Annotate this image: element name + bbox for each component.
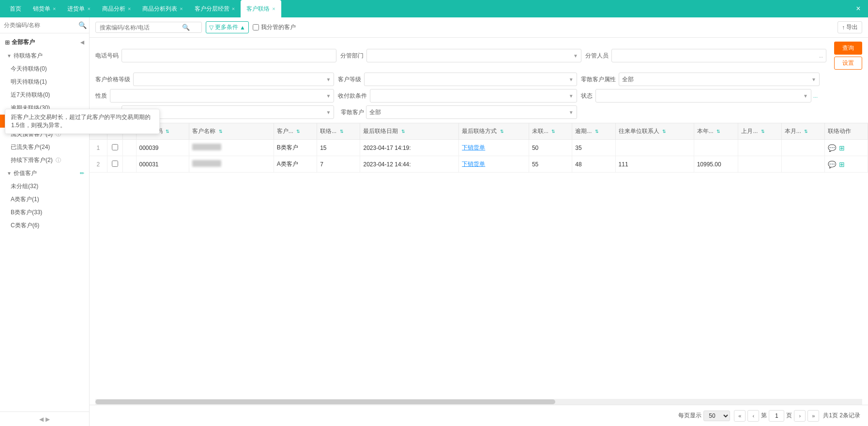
- nav-customer-contact[interactable]: 客户联络 ×: [241, 0, 281, 17]
- sidebar-item-repurchase-abnormal[interactable]: 回购异常客户(2) ⓘ: [0, 115, 85, 128]
- search-input[interactable]: [100, 24, 182, 31]
- status-select[interactable]: ▼: [595, 89, 811, 103]
- last-contact-date: 2023-04-12 14:44:: [360, 156, 459, 173]
- dept-select[interactable]: ▼: [366, 49, 581, 62]
- window-close-button[interactable]: ×: [853, 3, 864, 15]
- col-name[interactable]: 客户名称 ⇅: [189, 123, 274, 140]
- nav-close-icon[interactable]: ×: [87, 6, 90, 12]
- export-button[interactable]: ↑ 导出: [838, 21, 862, 33]
- last-contact-method[interactable]: 下销货单: [459, 156, 529, 173]
- col-overdue[interactable]: 逾期... ⇅: [572, 123, 615, 140]
- select-all-checkbox[interactable]: [112, 128, 118, 134]
- more-dots-button[interactable]: ...: [811, 93, 820, 99]
- table-wrapper[interactable]: ⚙ 客户编码 ⇅ 客户名称 ⇅ 客户... ⇅: [90, 123, 868, 399]
- nav-close-icon[interactable]: ×: [232, 6, 235, 12]
- next-page-button[interactable]: ›: [794, 410, 806, 422]
- more-filter-button[interactable]: ▽ 更多条件 ▲: [206, 21, 249, 33]
- this-year-amount: 10995.00: [694, 156, 738, 173]
- last-page-button[interactable]: »: [807, 410, 819, 422]
- first-page-button[interactable]: «: [734, 410, 746, 422]
- chat-icon[interactable]: 💬: [828, 144, 836, 152]
- sidebar-search-icon[interactable]: 🔍: [78, 21, 87, 29]
- this-year-amount: [694, 140, 738, 156]
- sort-icon: ⇅: [166, 129, 169, 134]
- col-code[interactable]: 客户编码 ⇅: [136, 123, 189, 140]
- filter-row-4: 客户类型 ▼ 零散客户 全部 ▼: [95, 105, 862, 119]
- col-type[interactable]: 客户... ⇅: [274, 123, 317, 140]
- filter-customer-grade: 客户等级 ▼: [338, 73, 577, 86]
- filter-payment: 收付款条件 ▼: [338, 89, 577, 103]
- retail-customer-select[interactable]: 全部 ▼: [366, 105, 577, 119]
- phone-input[interactable]: [122, 49, 336, 62]
- nav-close-icon[interactable]: ×: [272, 6, 275, 12]
- search-icon[interactable]: 🔍: [182, 24, 190, 31]
- sidebar-all-customers[interactable]: ⊞ 全部客户 ◀: [0, 35, 89, 49]
- this-month-amount: [781, 156, 824, 173]
- retail-attr-select[interactable]: 全部 ▼: [619, 73, 820, 86]
- sidebar-item-tomorrow-pending[interactable]: 明天待联络(1): [0, 75, 89, 88]
- row-checkbox[interactable]: [112, 144, 118, 150]
- per-page-select[interactable]: 50 20 100: [703, 411, 730, 421]
- sidebar-item-churn-warning[interactable]: 流失预警客户(3) ⓘ: [0, 128, 89, 141]
- sidebar-group-pending[interactable]: ▼ 待联络客户: [0, 49, 89, 62]
- horizontal-scrollbar[interactable]: [95, 399, 862, 405]
- sidebar-item-b-class[interactable]: B类客户(33): [0, 206, 89, 219]
- nav-sales-order[interactable]: 销货单 ×: [27, 0, 61, 17]
- grid-action-icon[interactable]: ⊞: [839, 161, 845, 168]
- scroll-left-icon[interactable]: ◀: [39, 416, 44, 423]
- settings-button[interactable]: 设置: [834, 57, 862, 70]
- filter-row-1: 电话号码 分管部门 ▼ 分管人员 ...: [95, 42, 862, 70]
- col-company-contact[interactable]: 往来单位联系人 ⇅: [615, 123, 694, 140]
- collapse-icon[interactable]: ◀: [80, 40, 84, 45]
- prev-page-button[interactable]: ‹: [747, 410, 759, 422]
- scroll-right-icon[interactable]: ▶: [46, 416, 50, 423]
- nav-close-icon[interactable]: ×: [180, 6, 183, 12]
- col-this-month[interactable]: 本月... ⇅: [781, 123, 824, 140]
- sidebar-item-churned[interactable]: 已流失客户(24): [0, 141, 89, 154]
- nav-home[interactable]: 首页: [4, 0, 27, 17]
- price-grade-select[interactable]: ▼: [133, 73, 334, 86]
- sidebar-item-ungrouped[interactable]: 未分组(32): [0, 180, 89, 193]
- nav-product-analysis[interactable]: 商品分析 ×: [96, 0, 137, 17]
- staff-select[interactable]: ...: [611, 49, 826, 62]
- col-pending[interactable]: 未联... ⇅: [529, 123, 572, 140]
- row-checkbox[interactable]: [112, 161, 118, 167]
- sidebar-item-a-class[interactable]: A类客户(1): [0, 193, 89, 206]
- nav-close-icon[interactable]: ×: [53, 6, 56, 12]
- overdue-count: 48: [572, 156, 615, 173]
- nav-customer-segmentation[interactable]: 客户分层经营 ×: [189, 0, 241, 17]
- sidebar-item-c-class[interactable]: C类客户(6): [0, 219, 89, 232]
- sidebar-group-value[interactable]: ▼ 价值客户 ✏: [0, 167, 89, 180]
- contact-count: 15: [317, 140, 360, 156]
- col-last-contact-date[interactable]: 最后联络日期 ⇅: [360, 123, 459, 140]
- nav-purchase-order[interactable]: 进货单 ×: [61, 0, 96, 17]
- col-this-year[interactable]: 本年... ⇅: [694, 123, 738, 140]
- gender-select[interactable]: ▼: [110, 89, 334, 103]
- blurred-name: [192, 144, 221, 150]
- customer-grade-select[interactable]: ▼: [364, 73, 577, 86]
- col-contact[interactable]: 联络... ⇅: [317, 123, 360, 140]
- col-last-month[interactable]: 上月... ⇅: [738, 123, 781, 140]
- customer-type-select[interactable]: ▼: [122, 105, 334, 119]
- sidebar-item-today-pending[interactable]: 今天待联络(0): [0, 62, 89, 75]
- col-settings[interactable]: ⚙: [122, 123, 136, 140]
- query-button[interactable]: 查询: [834, 42, 862, 55]
- my-customers-checkbox-area[interactable]: 我分管的客户: [253, 23, 296, 31]
- last-contact-method[interactable]: 下销货单: [459, 140, 529, 156]
- edit-icon[interactable]: ✏: [80, 170, 84, 176]
- grid-action-icon[interactable]: ⊞: [839, 144, 845, 152]
- sidebar-search-input[interactable]: [4, 22, 76, 29]
- payment-select[interactable]: ▼: [370, 89, 577, 103]
- pending-count: 50: [529, 140, 572, 156]
- nav-close-icon[interactable]: ×: [128, 6, 131, 12]
- sidebar-item-declining[interactable]: 持续下滑客户(2) ⓘ: [0, 154, 89, 167]
- sidebar-item-7day-pending[interactable]: 近7天待联络(0): [0, 88, 89, 102]
- nav-product-analysis-list[interactable]: 商品分析列表 ×: [137, 0, 188, 17]
- sidebar-item-overdue[interactable]: 逾期未联络(30): [0, 102, 89, 115]
- scrollbar-thumb[interactable]: [95, 399, 555, 404]
- page-number-input[interactable]: [769, 410, 784, 422]
- my-customers-checkbox[interactable]: [253, 24, 259, 30]
- filter-phone: 电话号码: [95, 49, 336, 62]
- col-last-contact-method[interactable]: 最后联络方式 ⇅: [459, 123, 529, 140]
- chat-icon[interactable]: 💬: [828, 161, 836, 168]
